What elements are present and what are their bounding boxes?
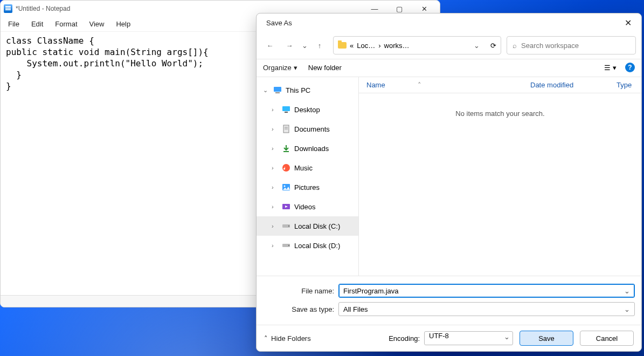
organize-label: Organize — [263, 64, 292, 72]
expand-icon[interactable]: › — [272, 242, 278, 249]
savetype-select[interactable]: All Files ⌄ — [338, 302, 635, 316]
filename-input[interactable]: FirstProgram.java ⌄ — [338, 284, 635, 298]
menu-help[interactable]: Help — [110, 18, 136, 30]
vid-icon — [281, 202, 291, 211]
breadcrumb-sep: › — [378, 42, 380, 50]
forward-button[interactable]: → — [281, 37, 297, 53]
tree-item-desktop[interactable]: ›Desktop — [257, 100, 358, 119]
pic-icon — [281, 182, 291, 192]
hide-folders-label: Hide Folders — [271, 334, 311, 343]
search-box[interactable]: ⌕ Search workspace — [507, 36, 636, 54]
notepad-title: *Untitled - Notepad — [16, 5, 70, 12]
save-button[interactable]: Save — [520, 331, 573, 346]
expand-icon[interactable]: › — [272, 145, 278, 152]
breadcrumb-pre: « — [350, 42, 354, 50]
expand-icon[interactable]: › — [272, 184, 278, 190]
download-icon — [281, 143, 291, 153]
breadcrumb-seg2[interactable]: works… — [384, 42, 410, 50]
saveas-actions: ˄ Hide Folders Encoding: UTF-8 Save Canc… — [257, 325, 641, 351]
save-as-dialog: Save As ✕ ← → ⌄ ↑ « Loc… › works… ⌄ ⟳ ⌕ … — [256, 13, 642, 352]
expand-icon[interactable]: ⌄ — [263, 87, 269, 94]
filename-label: File name: — [263, 287, 338, 295]
saveas-navrow: ← → ⌄ ↑ « Loc… › works… ⌄ ⟳ ⌕ Search wor… — [257, 32, 641, 59]
expand-icon[interactable]: › — [272, 223, 278, 229]
chevron-down-icon[interactable]: ⌄ — [474, 42, 480, 50]
chevron-down-icon: ▾ — [294, 64, 297, 72]
cancel-button[interactable]: Cancel — [580, 331, 634, 346]
folder-icon — [338, 42, 347, 49]
tree-item-label: Music — [294, 164, 313, 172]
tree-item-this-pc[interactable]: ⌄This PC — [257, 80, 358, 100]
svg-rect-3 — [285, 112, 288, 113]
tree-item-local-disk-c-[interactable]: ›Local Disk (C:) — [257, 216, 358, 236]
chevron-down-icon[interactable]: ⌄ — [624, 305, 630, 313]
desktop-icon — [281, 105, 291, 114]
tree-item-music[interactable]: ›Music — [257, 158, 358, 177]
folder-tree[interactable]: ⌄This PC›Desktop›Documents›Downloads›Mus… — [257, 77, 359, 276]
saveas-fields: File name: FirstProgram.java ⌄ Save as t… — [257, 276, 641, 325]
chevron-up-icon: ˄ — [264, 334, 268, 343]
refresh-icon[interactable]: ⟳ — [490, 42, 496, 50]
tree-item-label: Downloads — [294, 145, 329, 153]
empty-message: No items match your search. — [359, 93, 641, 134]
encoding-select[interactable]: UTF-8 — [424, 331, 513, 345]
pc-icon — [273, 85, 282, 95]
savetype-label: Save as type: — [263, 305, 338, 313]
music-icon — [281, 163, 291, 173]
saveas-titlebar[interactable]: Save As ✕ — [257, 13, 641, 32]
svg-point-15 — [288, 245, 289, 246]
close-icon[interactable]: ✕ — [620, 18, 636, 28]
encoding-label: Encoding: — [389, 334, 420, 343]
expand-icon[interactable]: › — [272, 165, 278, 171]
tree-item-documents[interactable]: ›Documents — [257, 119, 358, 139]
tree-item-label: Local Disk (D:) — [294, 242, 340, 250]
chevron-down-icon[interactable]: ⌄ — [624, 287, 630, 295]
address-bar[interactable]: « Loc… › works… ⌄ ⟳ — [333, 36, 501, 54]
col-name[interactable]: Name — [366, 81, 385, 89]
back-button[interactable]: ← — [262, 37, 278, 53]
organize-button[interactable]: Organize ▾ — [263, 64, 297, 72]
menu-format[interactable]: Format — [50, 18, 82, 30]
tree-item-label: Pictures — [294, 183, 320, 191]
expand-icon[interactable]: › — [272, 203, 278, 210]
filename-value: FirstProgram.java — [343, 287, 399, 295]
svg-rect-0 — [274, 87, 281, 92]
hide-folders-toggle[interactable]: ˄ Hide Folders — [264, 334, 311, 343]
menu-view[interactable]: View — [84, 18, 110, 30]
tree-item-local-disk-d-[interactable]: ›Local Disk (D:) — [257, 236, 358, 255]
sort-indicator-icon: ˄ — [418, 81, 421, 89]
svg-point-10 — [284, 186, 286, 187]
tree-item-pictures[interactable]: ›Pictures — [257, 177, 358, 197]
expand-icon[interactable]: › — [272, 126, 278, 132]
notepad-icon — [4, 4, 12, 13]
savetype-value: All Files — [343, 305, 368, 313]
help-icon[interactable]: ? — [625, 63, 635, 72]
menu-file[interactable]: File — [3, 18, 25, 30]
svg-rect-1 — [275, 92, 280, 93]
new-folder-button[interactable]: New folder — [308, 64, 342, 72]
disk-icon — [281, 221, 291, 231]
tree-item-label: This PC — [286, 86, 310, 94]
tree-item-videos[interactable]: ›Videos — [257, 197, 358, 216]
column-headers[interactable]: Name ˄ Date modified Type — [359, 77, 641, 93]
doc-icon — [281, 124, 291, 134]
menu-edit[interactable]: Edit — [26, 18, 49, 30]
col-type[interactable]: Type — [609, 81, 641, 89]
search-icon: ⌕ — [513, 42, 517, 50]
breadcrumb-seg1[interactable]: Loc… — [357, 42, 375, 50]
up-button[interactable]: ↑ — [311, 37, 328, 53]
recent-dropdown[interactable]: ⌄ — [301, 37, 308, 53]
file-list[interactable]: Name ˄ Date modified Type No items match… — [359, 77, 641, 276]
saveas-toolbar: Organize ▾ New folder ☰ ▾ ? — [257, 59, 641, 77]
svg-rect-2 — [282, 106, 290, 111]
svg-point-8 — [282, 164, 290, 172]
tree-item-label: Desktop — [294, 106, 320, 114]
saveas-title: Save As — [266, 19, 292, 27]
expand-icon[interactable]: › — [272, 106, 278, 113]
view-options-icon[interactable]: ☰ ▾ — [604, 64, 617, 72]
tree-item-label: Local Disk (C:) — [294, 222, 340, 230]
tree-item-downloads[interactable]: ›Downloads — [257, 139, 358, 158]
encoding-value: UTF-8 — [429, 332, 449, 340]
col-date[interactable]: Date modified — [523, 81, 609, 89]
disk-icon — [281, 241, 291, 250]
